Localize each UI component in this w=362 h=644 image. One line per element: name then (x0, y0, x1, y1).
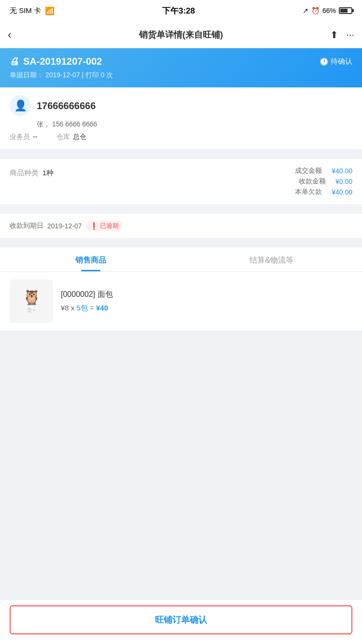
product-card: 🦉 管+ [0000002] 面包 ¥8 x 5包 = ¥40 (0, 272, 362, 331)
due-date-card: 收款到期日 2019-12-07 ❗ 已逾期 (0, 214, 362, 238)
tab-settlement-label: 结算&物流等 (250, 256, 293, 264)
product-total: ¥40 (96, 304, 108, 312)
customer-top: 👤 17666666666 (10, 95, 352, 116)
sales-value: -- (33, 133, 37, 141)
stats-label-1: 收款金额 (299, 177, 326, 186)
status-bar: 无 SIM 卡 📶 下午3:28 ↗ ⏰ 66% (0, 0, 362, 21)
customer-name-label: 张， (37, 120, 50, 128)
nav-bar: ‹ 销货单详情(来自旺铺) ⬆ ··· (0, 21, 362, 48)
product-quantity: 5包 (77, 304, 88, 312)
battery-fill (340, 9, 348, 13)
customer-phone: 17666666666 (37, 100, 96, 112)
customer-name-sub: 156 6666 6666 (52, 120, 97, 128)
product-price-label: ¥8 x (61, 304, 77, 312)
stats-label-2: 本单欠款 (295, 188, 322, 196)
nav-actions: ⬆ ··· (330, 29, 354, 41)
location-icon: ↗ (303, 7, 308, 14)
stats-value-0: ¥40.00 (332, 167, 352, 175)
time-label: 下午3:28 (162, 5, 195, 16)
bottom-bar: 旺铺订单确认 (0, 599, 362, 644)
divider-1 (0, 154, 362, 159)
order-header-top: 🖨 SA-20191207-002 🕐 待确认 (10, 56, 352, 67)
stats-row-3: 本单欠款 ¥40.00 (295, 188, 352, 196)
order-date: 单据日期： 2019-12-07 | 打印 0 次 (10, 71, 352, 80)
status-bar-left: 无 SIM 卡 📶 (10, 6, 55, 15)
order-header-card: 🖨 SA-20191207-002 🕐 待确认 单据日期： 2019-12-07… (0, 48, 362, 87)
share-icon[interactable]: ⬆ (330, 29, 338, 41)
product-price-row: ¥8 x 5包 = ¥40 (61, 304, 352, 313)
product-equals: = (90, 304, 96, 312)
stats-type-label: 商品种类 (10, 168, 39, 178)
stats-value-1: ¥0.00 (335, 178, 352, 185)
tab-products[interactable]: 销售商品 (0, 248, 181, 271)
product-image: 🦉 管+ (10, 280, 53, 323)
more-icon[interactable]: ··· (346, 29, 354, 40)
alarm-icon: ⏰ (311, 7, 320, 14)
stats-value-2: ¥40.00 (332, 188, 352, 196)
stats-right: 成交金额 ¥40.00 收款金额 ¥0.00 本单欠款 ¥40.00 (295, 167, 352, 196)
sales-meta: 业务员 -- (10, 133, 37, 141)
avatar-icon: 👤 (14, 99, 27, 112)
tab-products-label: 销售商品 (75, 256, 106, 264)
order-date-label: 单据日期： (10, 71, 43, 79)
customer-name: 张， 156 6666 6666 (10, 120, 352, 129)
battery-percent: 66% (322, 7, 336, 14)
battery-icon (339, 7, 352, 14)
product-name-text: 面包 (97, 290, 113, 298)
order-print-label: | 打印 0 次 (82, 71, 113, 79)
customer-avatar: 👤 (10, 95, 31, 116)
overdue-badge: ❗ 已逾期 (86, 221, 123, 231)
stats-left: 商品种类 1种 (10, 167, 54, 178)
status-text: 待确认 (331, 57, 352, 66)
product-name: [0000002] 面包 (61, 290, 352, 300)
customer-card: 👤 17666666666 张， 156 6666 6666 业务员 -- 仓库… (0, 87, 362, 149)
warehouse-label: 仓库 (56, 133, 70, 141)
overdue-text: 已逾期 (100, 222, 119, 230)
due-date-label: 收款到期日 (10, 222, 43, 230)
back-button[interactable]: ‹ (4, 24, 15, 45)
warehouse-meta: 仓库 总仓 (56, 133, 86, 141)
customer-meta: 业务员 -- 仓库 总仓 (10, 133, 352, 141)
overdue-icon: ❗ (90, 222, 98, 230)
product-logo-text: 管+ (27, 307, 35, 314)
status-icon: 🕐 (320, 57, 329, 66)
status-bar-right: ↗ ⏰ 66% (303, 7, 352, 14)
sales-label: 业务员 (10, 133, 30, 141)
order-date-value: 2019-12-07 (45, 71, 80, 79)
divider-2 (0, 209, 362, 214)
stats-card: 商品种类 1种 成交金额 ¥40.00 收款金额 ¥0.00 本单欠款 ¥40.… (0, 159, 362, 204)
stats-type-value: 1种 (42, 168, 54, 178)
tab-settlement[interactable]: 结算&物流等 (181, 248, 362, 271)
divider-3 (0, 243, 362, 248)
page-title: 销货单详情(来自旺铺) (139, 29, 223, 41)
product-info: [0000002] 面包 ¥8 x 5包 = ¥40 (61, 280, 352, 323)
order-number-text: SA-20191207-002 (23, 56, 102, 67)
confirm-button[interactable]: 旺铺订单确认 (10, 605, 352, 634)
stats-row-2: 收款金额 ¥0.00 (299, 177, 352, 186)
wifi-icon: 📶 (45, 6, 55, 15)
order-number: 🖨 SA-20191207-002 (10, 56, 102, 67)
due-date-value: 2019-12-07 (47, 222, 82, 230)
product-code: [0000002] (61, 290, 95, 298)
order-number-icon: 🖨 (10, 56, 19, 67)
tabs-container: 销售商品 结算&物流等 (0, 248, 362, 272)
warehouse-value: 总仓 (73, 133, 86, 141)
stats-label-0: 成交金额 (295, 167, 322, 175)
carrier-label: 无 SIM 卡 (10, 6, 41, 15)
stats-row-1: 成交金额 ¥40.00 (295, 167, 352, 175)
product-logo: 🦉 管+ (23, 289, 41, 314)
product-owl-icon: 🦉 (23, 289, 41, 306)
empty-area (0, 331, 362, 456)
order-status: 🕐 待确认 (320, 57, 352, 66)
